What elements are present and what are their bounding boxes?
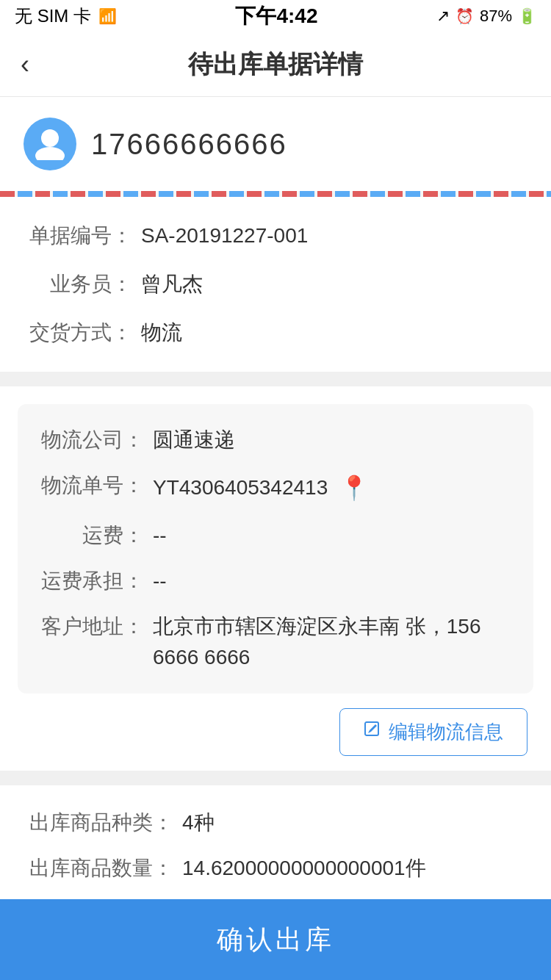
goods-types-row: 出库商品种类： 4种 (29, 809, 522, 837)
confirm-bar[interactable]: 确认出库 (0, 899, 551, 980)
freight-label: 运费： (41, 520, 144, 551)
order-info-section: 单据编号： SA-20191227-001 业务员： 曾凡杰 交货方式： 物流 (0, 197, 551, 372)
status-time: 下午4:42 (235, 2, 317, 30)
edit-logistics-label: 编辑物流信息 (389, 719, 503, 745)
back-icon: ‹ (21, 49, 29, 79)
goods-section: 出库商品种类： 4种 出库商品数量： 14.62000000000000001件 (0, 785, 551, 906)
delivery-method-value: 物流 (141, 317, 522, 348)
freight-bear-value: -- (153, 566, 510, 597)
main-content: 17666666666 单据编号： SA-20191227-001 业务员： 曾… (0, 97, 551, 980)
freight-bear-label: 运费承担： (41, 566, 144, 597)
svg-point-1 (35, 147, 65, 160)
tracking-number-wrapper: YT4306405342413 📍 (153, 470, 510, 505)
customer-phone: 17666666666 (91, 128, 287, 161)
status-right: ↗ ⏰ 87% 🔋 (436, 7, 536, 26)
goods-quantity-label: 出库商品数量： (29, 854, 173, 882)
tracking-number-value: YT4306405342413 (153, 472, 328, 503)
goods-quantity-row: 出库商品数量： 14.62000000000000001件 (29, 854, 522, 882)
address-row: 客户地址： 北京市市辖区海淀区永丰南 张，156 6666 6666 (41, 611, 510, 673)
sales-person-value: 曾凡杰 (141, 269, 522, 300)
status-bar: 无 SIM 卡 📶 下午4:42 ↗ ⏰ 87% 🔋 (0, 0, 551, 32)
order-number-label: 单据编号： (29, 220, 132, 251)
wifi-icon: 📶 (98, 7, 117, 25)
delivery-method-row: 交货方式： 物流 (29, 317, 522, 348)
status-left: 无 SIM 卡 📶 (15, 4, 117, 28)
alarm-icon: ⏰ (455, 7, 474, 25)
order-number-value: SA-20191227-001 (141, 220, 522, 251)
carrier-text: 无 SIM 卡 (15, 4, 91, 28)
dashed-separator (0, 191, 551, 197)
location-status-icon: ↗ (436, 7, 450, 26)
freight-bear-row: 运费承担： -- (41, 566, 510, 597)
avatar (24, 118, 76, 170)
nav-bar: ‹ 待出库单据详情 (0, 32, 551, 97)
customer-header: 17666666666 (0, 97, 551, 191)
logistics-company-value: 圆通速递 (153, 425, 510, 455)
page-title: 待出库单据详情 (188, 48, 363, 82)
logistics-company-row: 物流公司： 圆通速递 (41, 425, 510, 455)
address-value: 北京市市辖区海淀区永丰南 张，156 6666 6666 (153, 611, 510, 673)
tracking-number-row: 物流单号： YT4306405342413 📍 (41, 470, 510, 505)
address-label: 客户地址： (41, 611, 144, 642)
section-divider-1 (0, 372, 551, 386)
battery-icon: 🔋 (518, 7, 536, 25)
edit-icon (364, 721, 381, 743)
order-number-row: 单据编号： SA-20191227-001 (29, 220, 522, 251)
sales-person-row: 业务员： 曾凡杰 (29, 269, 522, 300)
confirm-button-label: 确认出库 (217, 922, 334, 958)
logistics-company-label: 物流公司： (41, 425, 144, 455)
section-divider-2 (0, 771, 551, 785)
logistics-section: 物流公司： 圆通速递 物流单号： YT4306405342413 📍 运费： -… (0, 386, 551, 771)
edit-logistics-button[interactable]: 编辑物流信息 (339, 708, 527, 756)
svg-point-0 (41, 129, 59, 147)
goods-types-label: 出库商品种类： (29, 809, 173, 837)
sales-person-label: 业务员： (29, 269, 132, 300)
goods-types-value: 4种 (182, 809, 215, 837)
freight-row: 运费： -- (41, 520, 510, 551)
tracking-location-icon[interactable]: 📍 (339, 470, 369, 505)
battery-text: 87% (480, 7, 512, 26)
freight-value: -- (153, 520, 510, 551)
edit-logistics-wrapper: 编辑物流信息 (0, 693, 551, 771)
back-button[interactable]: ‹ (21, 49, 29, 80)
tracking-number-label: 物流单号： (41, 470, 144, 501)
delivery-method-label: 交货方式： (29, 317, 132, 348)
goods-quantity-value: 14.62000000000000001件 (182, 854, 426, 882)
logistics-card: 物流公司： 圆通速递 物流单号： YT4306405342413 📍 运费： -… (18, 404, 533, 693)
